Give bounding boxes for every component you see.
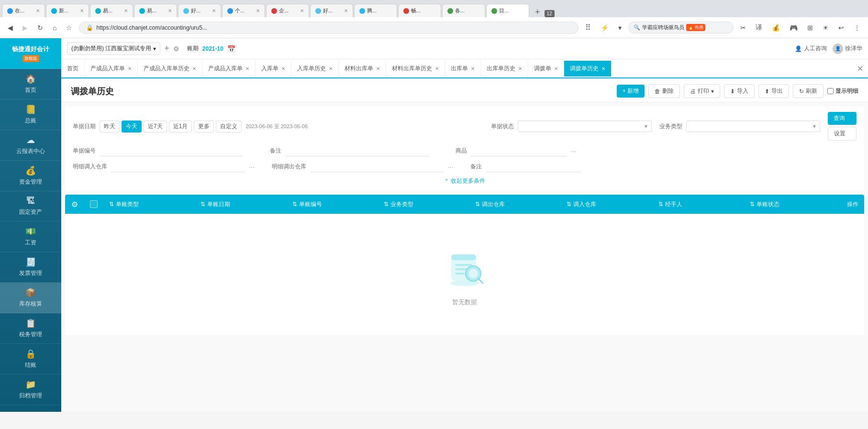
detail-out-filter-input[interactable] (310, 161, 444, 172)
star-btn[interactable]: ☆ (63, 22, 75, 33)
wallet-btn[interactable]: 💰 (769, 22, 783, 33)
tab-home[interactable]: 首页 (61, 61, 85, 77)
browser-tab-2[interactable]: 新... ✕ (46, 4, 89, 17)
browser-tab-7[interactable]: 企... ✕ (266, 4, 309, 17)
browser-tab-5[interactable]: 好... ✕ (178, 4, 221, 17)
date-yesterday-btn[interactable]: 昨天 (100, 121, 120, 132)
browser-tab-3[interactable]: 易... ✕ (90, 4, 133, 17)
browser-tab-8[interactable]: 好... ✕ (310, 4, 353, 17)
tab-stock-in-hist-close[interactable]: ✕ (329, 66, 333, 71)
tab-stock-out[interactable]: 出库单 ✕ (445, 61, 481, 77)
goods-more-btn[interactable]: ··· (570, 147, 576, 155)
th-biz-type[interactable]: ⇅ 业务类型 (378, 197, 469, 212)
table-settings-btn[interactable]: ⚙ (65, 200, 84, 209)
tab-product-in-close[interactable]: ✕ (128, 66, 132, 71)
select-all-checkbox[interactable] (90, 200, 98, 208)
tab-product-in-hist-close[interactable]: ✕ (192, 66, 196, 71)
sidebar-item-tax[interactable]: 📋 税务管理 (0, 313, 61, 344)
tab-product-in[interactable]: 产成品入库单 ✕ (85, 61, 138, 77)
display-cols-checkbox[interactable]: 显示明细 (827, 87, 858, 95)
tab-product-in-hist[interactable]: 产成品入库单历史 ✕ (138, 61, 202, 77)
tab-stock-out-hist-close[interactable]: ✕ (518, 66, 522, 71)
detail-in-more-btn[interactable]: ··· (249, 163, 255, 171)
browser-tab-11[interactable]: 各... (442, 4, 485, 17)
sidebar-item-ledger[interactable]: 📒 总账 (0, 99, 61, 130)
browser-tab-10[interactable]: 畅... (398, 4, 441, 17)
date-1month-btn[interactable]: 近1月 (169, 121, 192, 132)
sidebar-item-invoice[interactable]: 🧾 发票管理 (0, 252, 61, 283)
delete-btn[interactable]: 🗑 删除 (648, 84, 680, 98)
th-status[interactable]: ⇅ 单账状态 (744, 197, 835, 212)
new-tab-btn[interactable]: + (532, 7, 543, 17)
tab-stock-in[interactable]: 入库单 ✕ (256, 61, 291, 77)
sidebar-item-capital[interactable]: 💰 资金管理 (0, 161, 61, 191)
goods-filter-input[interactable] (471, 145, 567, 156)
tab-stock-out-hist[interactable]: 出库单历史 ✕ (481, 61, 528, 77)
browser-tab-6[interactable]: 个... ✕ (222, 4, 265, 17)
address-bar[interactable]: 🔒 https://cloud.chanjet.com/accounting/u… (79, 22, 579, 34)
tab-transfer[interactable]: 调拨单 ✕ (528, 61, 564, 77)
game-btn[interactable]: 🎮 (787, 22, 801, 33)
tab6-close[interactable]: ✕ (256, 8, 260, 13)
tab-transfer-hist[interactable]: 调拨单历史 ✕ (564, 61, 612, 77)
tab5-close[interactable]: ✕ (212, 8, 216, 13)
remark-filter-input[interactable] (285, 145, 429, 156)
consultant-btn[interactable]: 👤 人工咨询 (795, 44, 827, 53)
tab2-close[interactable]: ✕ (80, 8, 84, 13)
forward-btn[interactable]: ▶ (20, 22, 31, 33)
sidebar-item-closing[interactable]: 🔒 结账 (0, 344, 61, 374)
add-company-btn[interactable]: + (164, 44, 169, 54)
sidebar-item-fixed-assets[interactable]: 🏗 固定资产 (0, 191, 61, 221)
print-btn[interactable]: 🖨 打印 ▾ (684, 84, 720, 98)
translate-btn[interactable]: 译 (753, 22, 765, 34)
display-cols-input[interactable] (827, 88, 834, 94)
date-today-btn[interactable]: 今天 (122, 121, 142, 132)
tab8-close[interactable]: ✕ (344, 8, 348, 13)
period-selector[interactable]: 账期 2021-10 📅 (187, 44, 235, 53)
company-selector[interactable]: (勿删勿禁用) 江西服宝测试专用 ▾ (67, 42, 160, 55)
grid-btn[interactable]: ⊞ (804, 22, 816, 33)
new-record-btn[interactable]: + 新增 (617, 85, 645, 98)
sidebar-item-archive[interactable]: 📁 归档管理 (0, 374, 61, 405)
detail-in-filter-input[interactable] (111, 161, 245, 172)
brightness-btn[interactable]: ☀ (820, 22, 832, 33)
number-filter-input[interactable] (100, 145, 243, 156)
lightning-btn[interactable]: ⚡ (598, 22, 612, 33)
tab3-close[interactable]: ✕ (124, 8, 128, 13)
tab-stock-out-close[interactable]: ✕ (471, 66, 475, 71)
tab-product-in2[interactable]: 产成品入库单 ✕ (202, 61, 256, 77)
sidebar-item-cloud-report[interactable]: ☁ 云报表中心 (0, 130, 61, 161)
extensions-btn[interactable]: ⠿ (582, 21, 594, 34)
browser-tab-4[interactable]: 易... ✕ (134, 4, 177, 17)
tab7-close[interactable]: ✕ (300, 8, 304, 13)
settings-filter-btn[interactable]: 设置 (828, 127, 857, 141)
tab-stock-in-hist[interactable]: 入库单历史 ✕ (291, 61, 339, 77)
tab-material-out-hist[interactable]: 材料出库单历史 ✕ (386, 61, 445, 77)
date-7days-btn[interactable]: 近7天 (144, 121, 167, 132)
tab-material-out-hist-close[interactable]: ✕ (435, 66, 439, 71)
tab-stock-in-close[interactable]: ✕ (281, 66, 285, 71)
tab-material-out[interactable]: 材料出库单 ✕ (339, 61, 386, 77)
biz-type-filter-select[interactable]: ▾ (686, 121, 820, 132)
date-more-btn[interactable]: 更多 (194, 121, 214, 132)
browser-tab-12[interactable]: 目... (486, 4, 529, 17)
tab-nav-close-all[interactable]: ✕ (852, 64, 868, 73)
th-checkbox[interactable] (84, 197, 103, 212)
browser-search[interactable]: 🔍 学霸应聘场驱鸟员 🔥 热搜 (628, 22, 734, 33)
tab-product-in2-close[interactable]: ✕ (245, 66, 249, 71)
date-custom-btn[interactable]: 自定义 (216, 121, 242, 132)
tab-material-out-close[interactable]: ✕ (376, 66, 380, 71)
sidebar-item-stock[interactable]: 📦 库存核算 (0, 283, 61, 313)
status-filter-select[interactable]: ▾ (518, 121, 652, 132)
menu-btn[interactable]: ⋮ (851, 22, 863, 33)
refresh-btn[interactable]: ↻ (34, 22, 46, 33)
company-settings-btn[interactable]: ⚙ (173, 45, 179, 53)
scissors-btn[interactable]: ✂ (737, 22, 749, 33)
import-btn[interactable]: ⬇ 导入 (724, 84, 755, 98)
tab-transfer-close[interactable]: ✕ (554, 66, 558, 71)
th-in-wh[interactable]: ⇅ 调入仓库 (561, 197, 652, 212)
sidebar-item-home[interactable]: 🏠 首页 (0, 69, 61, 99)
tab1-close[interactable]: ✕ (36, 8, 40, 13)
dropdown-btn[interactable]: ▾ (615, 22, 624, 33)
query-btn[interactable]: 查询 (828, 112, 857, 125)
